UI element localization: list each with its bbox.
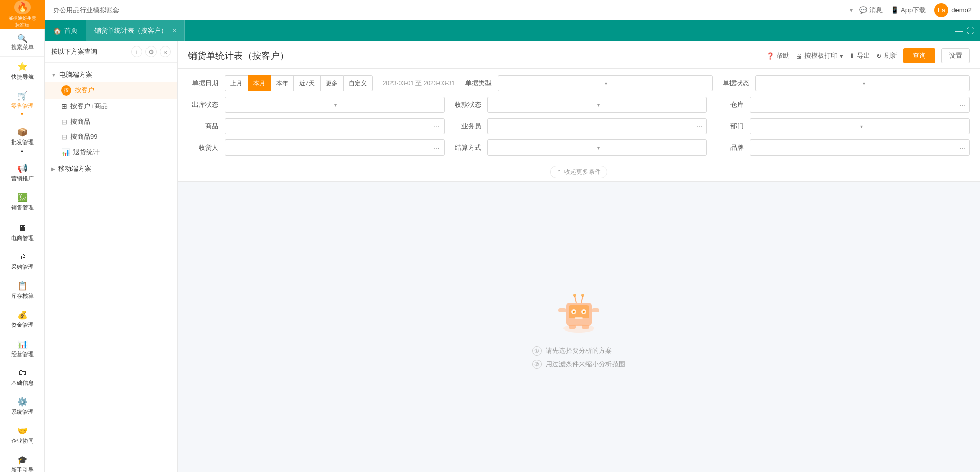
sidebar-item-cooperation[interactable]: 🤝 企业协同: [0, 421, 44, 450]
tree-item-by-customer-label: 按客户: [75, 86, 94, 95]
basic-icon: 🗂: [18, 368, 27, 377]
tree-group-desktop-label: 电脑端方案: [59, 70, 92, 79]
sidebar-search[interactable]: 🔍 搜索菜单: [0, 29, 44, 57]
warehouse-label: 仓库: [713, 100, 744, 109]
doc-status-select[interactable]: ▾: [755, 75, 970, 91]
left-panel-actions: + ⚙ «: [131, 46, 171, 57]
tab-home[interactable]: 🏠 首页: [45, 20, 86, 41]
app-download-btn[interactable]: 📱 App下载: [891, 6, 926, 15]
refresh-btn[interactable]: ↻ 刷新: [876, 51, 897, 60]
main-area: 办公用品行业模拟账套 ▾ 💬 消息 📱 App下载 Ea demo2 🏠 首页: [45, 0, 980, 472]
header-dropdown[interactable]: ▾: [850, 7, 853, 14]
date-btn-more[interactable]: 更多: [320, 75, 343, 91]
sidebar-item-inventory[interactable]: 📋 库存核算: [0, 276, 44, 305]
help-btn[interactable]: ❓ 帮助: [766, 51, 790, 60]
tab-home-label: 首页: [64, 26, 78, 35]
receiver-select[interactable]: ···: [225, 139, 445, 156]
tab-expand-icon[interactable]: ⛶: [967, 27, 974, 35]
out-status-arrow-icon: ▾: [334, 102, 439, 108]
svg-rect-15: [582, 325, 589, 329]
sidebar-item-ecommerce[interactable]: 🖥 电商管理: [0, 219, 44, 247]
salesperson-dots-icon: ···: [697, 122, 703, 130]
logo-sub: 标准版: [15, 22, 29, 29]
refresh-label: 刷新: [884, 51, 897, 60]
return-stats-icon: 📊: [61, 148, 70, 156]
goods-select[interactable]: ···: [225, 118, 445, 134]
logo-text: 畅捷通好生意: [9, 15, 36, 22]
goods-dots-icon: ···: [434, 122, 440, 130]
panel-collapse-btn[interactable]: «: [160, 46, 171, 57]
sidebar-item-finance[interactable]: 💰 资金管理: [0, 305, 44, 334]
empty-state: ① 请先选择要分析的方案 ② 用过滤条件来缩小分析范围: [178, 182, 980, 472]
sidebar-item-purchase[interactable]: 🛍 采购管理: [0, 247, 44, 276]
tab-minimize-icon[interactable]: —: [955, 27, 963, 35]
export-icon: ⬇: [849, 52, 855, 60]
query-button[interactable]: 查询: [903, 48, 935, 63]
tree-item-by-goods[interactable]: ⊟ 按商品: [45, 114, 177, 129]
filter-row-3: 商品 ··· 业务员 ··· 部门 ▾: [188, 118, 970, 134]
dept-arrow-icon: ▾: [860, 124, 965, 129]
sidebar-item-operations[interactable]: 📊 经营管理: [0, 334, 44, 363]
sidebar-item-newbie[interactable]: 🎓 新手引导: [0, 450, 44, 472]
sidebar-item-shortcut[interactable]: ⭐ 快捷导航: [0, 57, 44, 86]
settings-button[interactable]: 设置: [941, 48, 970, 63]
payment-status-select[interactable]: ▾: [487, 97, 707, 113]
settlement-select[interactable]: ▾: [487, 139, 707, 156]
group-arrow-icon: ▼: [51, 72, 56, 78]
tree-item-return-stats[interactable]: 📊 退货统计: [45, 145, 177, 160]
panel-settings-btn[interactable]: ⚙: [145, 46, 157, 57]
date-btn-last-month[interactable]: 上月: [225, 75, 248, 91]
user-profile[interactable]: Ea demo2: [934, 3, 972, 17]
filter-area: 单据日期 上月 本月 本年 近7天 更多 自定义 2023-03-01 至 20…: [178, 69, 980, 162]
sidebar-item-marketing[interactable]: 📢 营销推广: [0, 158, 44, 187]
message-label: 消息: [869, 6, 883, 15]
tip-2-text: 用过滤条件来缩小分析范围: [546, 360, 625, 369]
date-btn-last7[interactable]: 近7天: [293, 75, 320, 91]
message-btn[interactable]: 💬 消息: [859, 6, 883, 15]
svg-point-9: [573, 294, 576, 297]
export-label: 导出: [857, 51, 870, 60]
svg-point-5: [573, 311, 575, 313]
out-status-select[interactable]: ▾: [225, 97, 445, 113]
tip-1-text: 请先选择要分析的方案: [546, 346, 612, 356]
brand-select[interactable]: ···: [750, 139, 970, 156]
export-btn[interactable]: ⬇ 导出: [849, 51, 870, 60]
sidebar-item-wholesale[interactable]: 📦 批发管理 ▴: [0, 122, 44, 158]
date-btn-custom[interactable]: 自定义: [343, 75, 373, 91]
tree-group-mobile-label: 移动端方案: [58, 164, 91, 173]
tree-item-goods99-label: 按商品99: [70, 132, 97, 141]
print-btn[interactable]: 🖨 按模板打印 ▾: [796, 51, 843, 60]
search-label: 搜索菜单: [0, 43, 44, 51]
panel-add-btn[interactable]: +: [131, 46, 142, 57]
sidebar-item-basic[interactable]: 🗂 基础信息: [0, 363, 44, 392]
sidebar-item-retail[interactable]: 🛒 零售管理 ▾: [0, 86, 44, 122]
tab-active[interactable]: 销货单统计表（按客户） ×: [86, 20, 185, 41]
tree-item-by-customer[interactable]: 按 按客户: [45, 82, 177, 99]
filter-row-1: 单据日期 上月 本月 本年 近7天 更多 自定义 2023-03-01 至 20…: [188, 75, 970, 91]
tree-group-desktop-header[interactable]: ▼ 电脑端方案: [45, 67, 177, 82]
sidebar-item-sales[interactable]: 💹 销售管理: [0, 187, 44, 217]
newbie-icon: 🎓: [17, 455, 28, 465]
tree-group-mobile-header[interactable]: ▶ 移动端方案: [45, 161, 177, 176]
date-btn-this-year[interactable]: 本年: [271, 75, 293, 91]
collapse-btn[interactable]: ⌃ 收起更多条件: [550, 166, 607, 178]
date-btn-this-month[interactable]: 本月: [248, 75, 271, 91]
sidebar-item-system[interactable]: ⚙️ 系统管理: [0, 392, 44, 421]
page-header: 销货单统计表（按客户） ❓ 帮助 🖨 按模板打印 ▾ ⬇ 导出: [178, 41, 980, 69]
tree-item-goods99[interactable]: ⊟ 按商品99: [45, 129, 177, 145]
goods-label: 商品: [188, 122, 218, 131]
left-panel-header: 按以下方案查询 + ⚙ «: [45, 41, 177, 63]
wholesale-icon: 📦: [17, 127, 28, 137]
tab-close-icon[interactable]: ×: [173, 27, 176, 34]
svg-point-6: [583, 311, 585, 313]
doc-type-select[interactable]: ▾: [498, 75, 712, 91]
dept-select[interactable]: ▾: [750, 118, 970, 134]
tree-item-customer-goods[interactable]: ⊞ 按客户+商品: [45, 99, 177, 114]
mobile-group-arrow-icon: ▶: [51, 166, 55, 172]
customer-circle-icon: 按: [61, 85, 71, 96]
header-right: 💬 消息 📱 App下载 Ea demo2: [859, 3, 972, 17]
purchase-icon: 🛍: [18, 252, 27, 262]
warehouse-select[interactable]: ···: [750, 97, 970, 113]
inventory-icon: 📋: [17, 281, 28, 291]
salesperson-select[interactable]: ···: [487, 118, 707, 134]
